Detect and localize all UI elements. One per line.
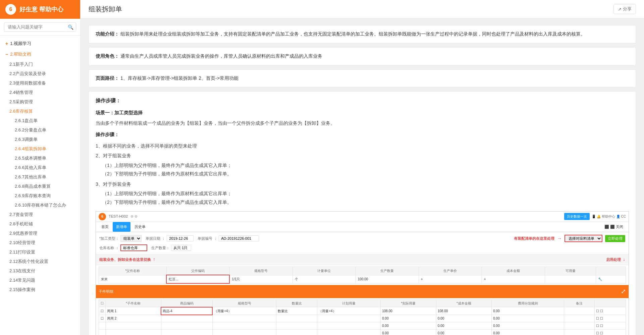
- nav-sub-item-2-6-4[interactable]: 2.6.4组装拆卸单: [15, 144, 80, 154]
- app-topbar-icon1: ⚙ ⚙: [130, 214, 138, 219]
- th-parent-code: 父件编码: [166, 267, 229, 275]
- sidebar: 6 好生意 帮助中心 🔍 + 1.视频学习 − 2.帮助文档 2.1新手入门 2…: [0, 0, 80, 335]
- app-topbar-btn: 历史数据一次: [564, 213, 590, 220]
- app-lower-section-header: 子件明细 ⤢: [96, 285, 629, 298]
- table-row-parent: 米米 红豆... 1/1只 个 100.00 + + 🔧: [99, 275, 626, 283]
- intro-card: 功能介绍： 组装拆卸单用来处理企业组装或拆卸等加工业务，支持有固定装配清单的产品…: [89, 25, 636, 43]
- nav-sub-item-2-6-8[interactable]: 2.6.8商品成本重算: [15, 182, 80, 191]
- nav-sub-item-2-7[interactable]: 2.7资金管理: [9, 210, 80, 219]
- app-form-date-input[interactable]: [167, 235, 194, 241]
- app-topbar: 6 TEST-H002 ⚙ ⚙ 历史数据一次 📱 🔔 帮助中心 👤 CC: [96, 212, 629, 222]
- app-form-right: 有装配清单的在这里处理 → 选择对应料清单 立即处理: [514, 235, 625, 243]
- td-unit-price-1: +: [419, 275, 482, 283]
- step-2: 2、对于组装业务: [96, 152, 629, 160]
- nav-sub-item-2-10[interactable]: 2.10经营管理: [9, 238, 80, 247]
- td-child-code-1: 商品-4: [161, 307, 212, 315]
- th-unit: 计量单位: [292, 267, 356, 275]
- app-nav-new[interactable]: 新增单: [113, 222, 130, 232]
- role-text: 通常由生产人员或库管人员完成拆装业务的操作，库管人员确认原材料的出库和产成品的入…: [120, 53, 322, 59]
- sidebar-item-help-docs[interactable]: − 2.帮助文档: [0, 49, 80, 60]
- intro-label: 功能介绍：: [96, 31, 119, 37]
- annotation2-bar: 组装业务、拆卸业务在这里切换 ↑ 启用处理 ↓: [96, 254, 629, 265]
- app-form-type: *加工类型： 组装单 拆卸单: [99, 235, 142, 242]
- annotation1-text: 有装配清单的在这里处理: [514, 235, 554, 242]
- app-topbar-id: TEST-H002: [109, 213, 128, 220]
- nav-sub-2-6-children: 2.6.1盘点单 2.6.2分量盘点单 2.6.3调拨单 2.6.4组装拆卸单 …: [9, 116, 80, 210]
- td-available-1: [545, 275, 596, 283]
- table-row-child-4: 0.00 0.00 0.00 ☐ ☐: [99, 330, 626, 335]
- app-confirm-btn[interactable]: 立即处理: [605, 235, 625, 242]
- nav-sub-item-2-5[interactable]: 2.5采购管理: [9, 97, 80, 107]
- intro-text: 组装拆卸单用来处理企业组装或拆卸等加工业务，支持有固定装配清单的产品加工业务，也…: [120, 31, 585, 37]
- app-form-qty-input[interactable]: [171, 245, 191, 251]
- role-label: 使用角色：: [96, 53, 119, 59]
- nav-sub-item-2-8[interactable]: 2.8手机旺铺: [9, 219, 80, 229]
- th-actual-qty: *实际用量: [381, 299, 436, 307]
- nav-sub-item-2-11[interactable]: 2.11打印设置: [9, 247, 80, 257]
- th-child-code: 商品编码: [161, 299, 212, 307]
- nav-sub-item-2-14[interactable]: 2.14常见问题: [9, 276, 80, 285]
- nav-sub-item-2-6-5[interactable]: 2.6.5成本调整单: [15, 154, 80, 163]
- scenario1-title: 场景一：加工类型选择: [96, 109, 629, 117]
- sidebar-item-video-learning[interactable]: + 1.视频学习: [0, 38, 80, 49]
- step-1: 1、根据不同的业务，选择不同单据的类型来处理: [96, 142, 629, 150]
- nav-sub-item-2-6-6[interactable]: 2.6.6其他入库单: [15, 163, 80, 172]
- app-nav-home[interactable]: 首页: [98, 222, 112, 232]
- nav-sub-item-2-6-2[interactable]: 2.6.2分量盘点单: [15, 125, 80, 135]
- nav-sub-item-2-9[interactable]: 2.9优惠券管理: [9, 229, 80, 238]
- nav-sub-item-2-15[interactable]: 2.15操作案例: [9, 285, 80, 294]
- share-button[interactable]: ↗ 分享: [613, 4, 636, 14]
- nav-sub-item-2-6-9[interactable]: 2.6.9库存账本查询: [15, 191, 80, 201]
- step-3-sub-2: （2）下部明细为子件明细，最终作为产成品生成其它入库单。: [96, 198, 629, 207]
- minus-icon: −: [5, 52, 8, 57]
- td-parent-code: 红豆...: [166, 275, 229, 283]
- app-form-bom-select[interactable]: 选择对应料清单: [565, 235, 602, 242]
- app-form-qty: 生产数量：: [151, 245, 191, 251]
- nav-sub-item-2-13[interactable]: 2.13在线支付: [9, 266, 80, 276]
- app-form-orderid-label: 单据编号: [198, 235, 212, 242]
- app-lower-table-wrap: 无需逐项手动组输在这里置零入 ☐ *子件名称 商品编码 规格型号 数量比 计划用…: [96, 298, 629, 335]
- td-check-1: ☐: [99, 307, 106, 315]
- app-form-orderid-input[interactable]: [219, 235, 259, 241]
- th-ratio: 数量比: [276, 299, 317, 307]
- nav-sub-item-2-12[interactable]: 2.12系统个性化设置: [9, 257, 80, 266]
- step-3-sub-1: （1）上部明细为父件明细，最终作为原材料生成其它出库单；: [96, 189, 629, 198]
- td-plan-qty-1: （用量+4）: [317, 307, 381, 315]
- td-spec-1: 1/1只: [229, 275, 292, 283]
- td-remark-1: [564, 307, 595, 315]
- app-upper-table-wrap: *父件名称 父件编码 规格型号 计量单位 生产数量 生产单价 成本金额 可用量: [96, 265, 629, 285]
- search-input[interactable]: [4, 22, 76, 32]
- app-form-type-select[interactable]: 组装单 拆卸单: [120, 235, 142, 242]
- table-row-child-2: ☐ 周周 2 0.00 0.00 0.00 ☐ ☐: [99, 315, 626, 322]
- app-nav-history[interactable]: 历史单: [131, 222, 149, 232]
- td-child-cost-1: 108.00: [436, 307, 492, 315]
- scenario1-desc: 当由多个子件材料组装成一个成品的业务为【组装】业务，当由一个父件拆分成多个子产品…: [96, 119, 629, 127]
- nav-sub-item-2-6-7[interactable]: 2.6.7其他出库单: [15, 172, 80, 182]
- nav-sub-item-2-1[interactable]: 2.1新手入门: [9, 60, 80, 69]
- td-actual-qty-1: 108.00: [381, 307, 436, 315]
- nav-sub-item-2-6-10[interactable]: 2.6.10库存账本错了怎么办: [15, 201, 80, 210]
- share-icon: ↗: [618, 7, 622, 12]
- path-card: 页面路径： 1、库存核算->库存管理->组装拆卸单 2、首页->常用功能: [89, 69, 636, 88]
- app-navbar: 首页 新增单 历史单 ⬛ ⬛ 关闭: [96, 222, 629, 232]
- path-label: 页面路径：: [96, 75, 119, 81]
- app-logo-small: 6: [99, 213, 106, 220]
- td-cost-1: +: [482, 275, 545, 283]
- app-form-warehouse: 仓库名称 ：: [99, 244, 147, 251]
- th-check: ☐: [99, 299, 106, 307]
- nav-sub-item-2-6[interactable]: 2.6库存核算: [9, 107, 80, 116]
- nav-sub-item-2-6-1[interactable]: 2.6.1盘点单: [15, 116, 80, 125]
- app-nav-right-icons: ⬛ ⬛ 关闭: [601, 222, 627, 232]
- nav-sub-item-2-3[interactable]: 2.3使用前数据准备: [9, 78, 80, 88]
- nav-sub-item-2-6-3[interactable]: 2.6.3调拨单: [15, 135, 80, 144]
- th-child-spec: 规格型号: [212, 299, 276, 307]
- td-action-1: 🔧: [596, 275, 626, 283]
- nav-sub-item-2-4[interactable]: 2.4销售管理: [9, 88, 80, 97]
- steps-card: 操作步骤： 场景一：加工类型选择 当由多个子件材料组装成一个成品的业务为【组装】…: [89, 91, 636, 335]
- annotation3-arrow: ↓: [623, 256, 625, 264]
- app-form-qty-label: 生产数量：: [151, 245, 170, 251]
- nav-sub-item-2-2[interactable]: 2.2产品安装及登录: [9, 69, 80, 78]
- step-2-sub-2: （2）下部明细为子件明细，最终作为原材料生成其它出库单。: [96, 170, 629, 178]
- main-content: 功能介绍： 组装拆卸单用来处理企业组装或拆卸等加工业务，支持有固定装配清单的产品…: [80, 18, 644, 335]
- app-form-warehouse-input[interactable]: [120, 244, 147, 251]
